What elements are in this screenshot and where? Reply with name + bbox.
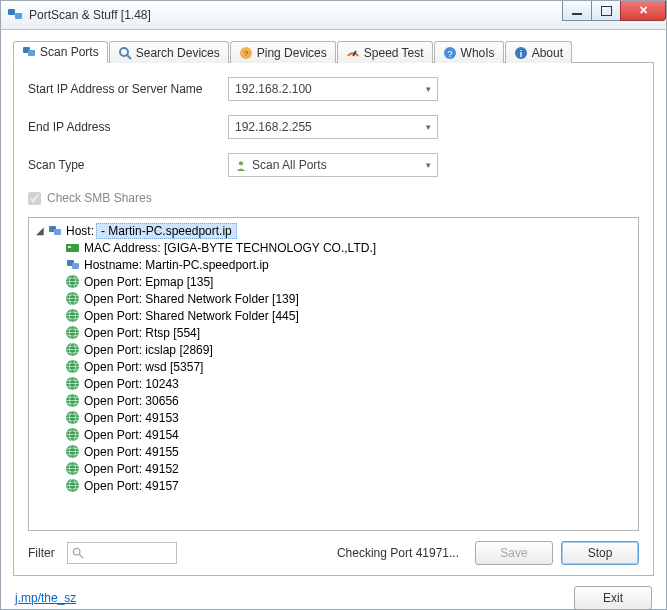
- smb-checkbox[interactable]: [28, 192, 41, 205]
- whois-icon: [443, 46, 457, 60]
- globe-icon: [65, 274, 80, 289]
- tab-label: Speed Test: [364, 46, 424, 60]
- start-ip-input[interactable]: 192.168.2.100 ▾: [228, 77, 438, 101]
- tree-item-text: Open Port: 49152: [84, 462, 179, 476]
- app-icon: [7, 7, 23, 23]
- globe-icon: [65, 308, 80, 323]
- tab-whois[interactable]: WhoIs: [434, 41, 504, 63]
- tree-item-text: Open Port: 49153: [84, 411, 179, 425]
- filter-input[interactable]: [67, 542, 177, 564]
- tab-search-devices[interactable]: Search Devices: [109, 41, 229, 63]
- tree-item[interactable]: Open Port: 30656: [35, 392, 636, 409]
- filter-label: Filter: [28, 546, 55, 560]
- tree-item-text: Open Port: Rtsp [554]: [84, 326, 200, 340]
- globe-icon: [65, 342, 80, 357]
- titlebar: PortScan & Stuff [1.48]: [0, 0, 667, 30]
- tree-item-text: Open Port: 49157: [84, 479, 179, 493]
- tree-item-text: Hostname: Martin-PC.speedport.ip: [84, 258, 269, 272]
- speed-icon: [346, 46, 360, 60]
- close-button[interactable]: [620, 1, 666, 21]
- results-tree[interactable]: ◢ Host: - Martin-PC.speedport.ip MAC Add…: [29, 218, 638, 530]
- host-label: Host:: [66, 224, 94, 238]
- tab-about[interactable]: About: [505, 41, 572, 63]
- tree-item[interactable]: Open Port: Rtsp [554]: [35, 324, 636, 341]
- tree-item[interactable]: Open Port: icslap [2869]: [35, 341, 636, 358]
- ping-icon: [239, 46, 253, 60]
- tree-item[interactable]: Open Port: Epmap [135]: [35, 273, 636, 290]
- status-text: Checking Port 41971...: [337, 546, 459, 560]
- tree-item[interactable]: Open Port: 49152: [35, 460, 636, 477]
- tree-item[interactable]: Open Port: wsd [5357]: [35, 358, 636, 375]
- globe-icon: [65, 427, 80, 442]
- chevron-down-icon: ▾: [426, 160, 431, 170]
- tree-item-text: Open Port: wsd [5357]: [84, 360, 203, 374]
- tree-item[interactable]: MAC Address: [GIGA-BYTE TECHNOLOGY CO.,L…: [35, 239, 636, 256]
- tree-item-text: Open Port: Shared Network Folder [139]: [84, 292, 299, 306]
- globe-icon: [65, 325, 80, 340]
- search-icon: [72, 547, 85, 560]
- start-ip-label: Start IP Address or Server Name: [28, 82, 228, 96]
- chevron-down-icon: ▾: [426, 122, 431, 132]
- tree-item-text: Open Port: 49155: [84, 445, 179, 459]
- globe-icon: [65, 359, 80, 374]
- tab-panel: Start IP Address or Server Name 192.168.…: [13, 63, 654, 576]
- chevron-down-icon: ▾: [426, 84, 431, 94]
- exit-button[interactable]: Exit: [574, 586, 652, 610]
- tab-label: Scan Ports: [40, 45, 99, 59]
- start-ip-value: 192.168.2.100: [235, 82, 312, 96]
- globe-icon: [65, 376, 80, 391]
- globe-icon: [65, 393, 80, 408]
- card-icon: [65, 240, 80, 255]
- tab-label: WhoIs: [461, 46, 495, 60]
- tree-item-text: Open Port: Shared Network Folder [445]: [84, 309, 299, 323]
- tab-label: Ping Devices: [257, 46, 327, 60]
- tree-item-text: Open Port: Epmap [135]: [84, 275, 213, 289]
- collapse-icon[interactable]: ◢: [35, 225, 45, 236]
- smb-label: Check SMB Shares: [47, 191, 152, 205]
- tab-scan-ports[interactable]: Scan Ports: [13, 41, 108, 63]
- globe-icon: [65, 291, 80, 306]
- footer-link[interactable]: j.mp/the_sz: [15, 591, 76, 605]
- tree-item[interactable]: Open Port: Shared Network Folder [445]: [35, 307, 636, 324]
- maximize-button[interactable]: [591, 1, 621, 21]
- host-name: - Martin-PC.speedport.ip: [96, 223, 237, 239]
- scan-type-select[interactable]: Scan All Ports ▾: [228, 153, 438, 177]
- window-title: PortScan & Stuff [1.48]: [29, 8, 151, 22]
- scan-type-value: Scan All Ports: [252, 158, 327, 172]
- tab-label: Search Devices: [136, 46, 220, 60]
- tree-item-text: Open Port: 10243: [84, 377, 179, 391]
- stop-button[interactable]: Stop: [561, 541, 639, 565]
- scan-type-label: Scan Type: [28, 158, 228, 172]
- save-button[interactable]: Save: [475, 541, 553, 565]
- tree-item-text: Open Port: 49154: [84, 428, 179, 442]
- host-icon: [65, 257, 80, 272]
- monitors-icon: [22, 45, 36, 59]
- end-ip-value: 192.168.2.255: [235, 120, 312, 134]
- tree-item-text: MAC Address: [GIGA-BYTE TECHNOLOGY CO.,L…: [84, 241, 376, 255]
- globe-icon: [65, 461, 80, 476]
- host-row[interactable]: ◢ Host: - Martin-PC.speedport.ip: [35, 222, 636, 239]
- tree-item[interactable]: Open Port: 10243: [35, 375, 636, 392]
- tab-ping-devices[interactable]: Ping Devices: [230, 41, 336, 63]
- tree-item[interactable]: Open Port: 49153: [35, 409, 636, 426]
- globe-icon: [65, 410, 80, 425]
- tree-item[interactable]: Hostname: Martin-PC.speedport.ip: [35, 256, 636, 273]
- end-ip-label: End IP Address: [28, 120, 228, 134]
- end-ip-input[interactable]: 192.168.2.255 ▾: [228, 115, 438, 139]
- person-icon: [235, 159, 247, 171]
- globe-icon: [65, 444, 80, 459]
- host-icon: [47, 223, 62, 238]
- tree-item[interactable]: Open Port: 49154: [35, 426, 636, 443]
- tab-bar: Scan Ports Search Devices Ping Devices S…: [13, 40, 654, 63]
- tab-label: About: [532, 46, 563, 60]
- tree-item[interactable]: Open Port: Shared Network Folder [139]: [35, 290, 636, 307]
- tree-item-text: Open Port: 30656: [84, 394, 179, 408]
- tree-item[interactable]: Open Port: 49155: [35, 443, 636, 460]
- tab-speed-test[interactable]: Speed Test: [337, 41, 433, 63]
- info-icon: [514, 46, 528, 60]
- tree-item[interactable]: Open Port: 49157: [35, 477, 636, 494]
- tree-item-text: Open Port: icslap [2869]: [84, 343, 213, 357]
- globe-icon: [65, 478, 80, 493]
- search-icon: [118, 46, 132, 60]
- minimize-button[interactable]: [562, 1, 592, 21]
